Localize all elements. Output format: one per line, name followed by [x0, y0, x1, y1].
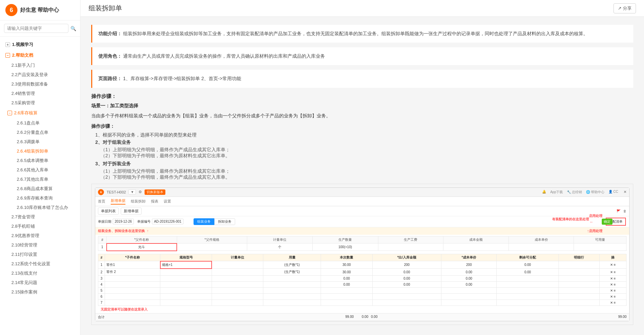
sidebar-item-stocktake2[interactable]: 2.6.2分量盘点单 — [0, 128, 80, 137]
sidebar-item-newuser[interactable]: 2.1新手入门 — [0, 61, 80, 70]
sidebar-item-onlinepay[interactable]: 2.13在线支付 — [0, 269, 80, 278]
ss-new-version-badge: 切换新版本 — [145, 189, 165, 195]
sidebar-item-mobile[interactable]: 2.8手机旺铺 — [0, 222, 80, 231]
sidebar-item-inventory[interactable]: − 2.6库存核算 — [0, 108, 80, 118]
sidebar-item-print[interactable]: 2.11打印设置 — [0, 250, 80, 259]
ss-col-produce-fee: 生产工费 — [378, 236, 443, 243]
ss-form-area: 单据日期 2019-12-26 单据编号 AD-20191226-001 组装业… — [95, 216, 629, 227]
ss-avatar: 👤 CC — [608, 190, 618, 194]
ss-red-tip-enable: 启用处理 — [589, 214, 602, 218]
ss-child-col-usage: 用量 — [263, 254, 321, 261]
sidebar-item-cases[interactable]: 2.15操作案例 — [0, 287, 80, 297]
app-window: 6 TEST-H002 ▼ ⚙ 切换新版本 🔔 App下载 🔧 总经销 🌐 帮助… — [95, 187, 630, 322]
ss-gear: ⚙ — [139, 190, 142, 194]
ss-user-icon: 🌐 帮助中心 — [586, 190, 604, 194]
sidebar-item-costreset[interactable]: 2.6.8商品成本重算 — [0, 184, 80, 193]
sidebar-item-stocktake[interactable]: 2.6.1盘点单 — [0, 118, 80, 128]
ss-child-table-header: # *子件名称 规格型号 计量单位 用量 本次数量 *出/入库金额 *成本单价 … — [98, 254, 627, 261]
ss-type-assemble: 组装业务 — [194, 218, 214, 225]
ss-bottom-table-area: # *子件名称 规格型号 计量单位 用量 本次数量 *出/入库金额 *成本单价 … — [95, 253, 629, 314]
sidebar-item-assembly[interactable]: 2.6.4组装拆卸单 — [0, 147, 80, 156]
sidebar-item-stockerror[interactable]: 2.6.10库存账本错了怎么办 — [0, 203, 80, 212]
content-area: 功能介绍： 组装拆卸单用来处理企业组装或拆卸等加工业务，支持有固定装配清单的产品… — [80, 17, 644, 335]
ss-new-btn: 新增单据 — [121, 208, 142, 215]
page-title: 组装拆卸单 — [89, 4, 122, 13]
sidebar-item-finance[interactable]: 2.7资金管理 — [0, 212, 80, 222]
sidebar-item-otherinstock[interactable]: 2.6.6其他入库单 — [0, 165, 80, 175]
ss-nav-assembly: 组装拆卸 — [131, 199, 146, 204]
ss-col-avail: 可用量 — [574, 236, 627, 243]
ss-nav-new: 新增单据 — [111, 198, 125, 205]
ss-window-topbar: 6 TEST-H002 ▼ ⚙ 切换新版本 🔔 App下载 🔧 总经销 🌐 帮助… — [95, 188, 629, 197]
ss-cell-cost — [443, 243, 509, 251]
step3-sub1: （1）上部明细为父件明细，最终作为原材料生成其它出库单； — [101, 168, 633, 174]
sidebar-item-sales[interactable]: 2.4销售管理 — [0, 89, 80, 98]
sidebar-item-coupon[interactable]: 2.9优惠券管理 — [0, 231, 80, 240]
ss-bell-icon: 🔔 — [542, 190, 546, 194]
share-label: 分享 — [623, 5, 632, 11]
search-input[interactable] — [4, 24, 68, 33]
sidebar-item-transfer[interactable]: 2.6.3调拨单 — [0, 137, 80, 147]
nav-tree: + 1.视频学习 − 2.帮助文档 2.1新手入门 2.2产品安装及登录 2.3… — [0, 37, 80, 335]
ss-parent-table: # *父件名称 *父件规格 计量单位 生产数量 生产工费 成本金额 成本单价 可… — [98, 236, 627, 251]
ss-child-table: # *子件名称 规格型号 计量单位 用量 本次数量 *出/入库金额 *成本单价 … — [98, 254, 627, 306]
ss-col-parent-spec: *父件规格 — [177, 236, 247, 243]
ss-parent-table-header: # *父件名称 *父件规格 计量单位 生产数量 生产工费 成本金额 成本单价 可… — [98, 236, 627, 243]
sidebar-item-costadjust[interactable]: 2.6.5成本调整单 — [0, 156, 80, 165]
sidebar-item-video-learning[interactable]: + 1.视频学习 — [0, 39, 80, 50]
ss-cell-prod-qty: 100(+10) — [312, 243, 378, 251]
ss-flag-icon: 🚩 — [616, 209, 621, 213]
ss-child-col-amt: *出/入库金额 — [372, 254, 441, 261]
ss-child-col-qty: 本次数量 — [321, 254, 372, 261]
ss-type-selector: 组装业务 拆卸业务 — [194, 218, 235, 225]
table-row: 1 零件1 规格+1 (生产数*1) 30.00 200 200 0.00 — [98, 261, 627, 269]
ss-subtip-text: 组装业务、拆卸业务在这里切换 — [98, 229, 145, 233]
sidebar-item-personalize[interactable]: 2.12系统个性化设置 — [0, 259, 80, 269]
user-role-label: 使用角色： — [98, 53, 122, 59]
sidebar-item-operations[interactable]: 2.10经营管理 — [0, 240, 80, 250]
main-content: 组装拆卸单 ↗ 分享 功能介绍： 组装拆卸单用来处理企业组装或拆卸等加工业务，支… — [80, 0, 644, 335]
ss-child-col-remain: 剩余可分配 — [497, 254, 559, 261]
ss-cell-unit-cost — [508, 243, 574, 251]
sidebar-item-help-docs[interactable]: − 2.帮助文档 — [0, 50, 80, 61]
sidebar-item-faq[interactable]: 2.14常见问题 — [0, 278, 80, 287]
ss-cell-no: 1 — [98, 243, 107, 251]
ss-confirm-btn: 确定 — [602, 219, 612, 225]
sidebar-item-dataprep[interactable]: 2.3使用前数据准备 — [0, 79, 80, 89]
share-button[interactable]: ↗ 分享 — [613, 3, 636, 13]
sidebar-item-install[interactable]: 2.2产品安装及登录 — [0, 70, 80, 79]
ops-title: 操作步骤： — [91, 93, 633, 100]
ss-topbar-icons: 🔔 App下载 🔧 总经销 🌐 帮助中心 👤 CC — [542, 190, 618, 194]
ss-footer-val2: 0.00 — [362, 315, 368, 320]
ss-list-btn: 单据列表 — [98, 208, 119, 215]
ss-close-icon: ✕ — [624, 190, 627, 194]
sidebar-item-stockquery[interactable]: 2.6.9库存账本查询 — [0, 193, 80, 203]
ss-red-tip-assembly: 有装配清单的在这里处理 — [552, 217, 589, 222]
sidebar: 6 好生意 帮助中心 🔍 + 1.视频学习 − 2.帮助文档 2.1新手入门 2… — [0, 0, 80, 335]
search-icon[interactable]: 🔍 — [70, 26, 76, 31]
ss-footer-val4: 99.00 — [618, 315, 627, 320]
ss-col-parent-name: *父件名称 — [107, 236, 177, 243]
ss-footer-total-val: 99.00 — [345, 315, 354, 320]
ss-col-produce-qty: 生产数量 — [312, 236, 378, 243]
app-title: 好生意 帮助中心 — [20, 7, 59, 14]
ss-footer-val3: 0.00 — [371, 315, 377, 320]
ss-select-box: ▼ — [128, 189, 136, 194]
user-role-text: 通常由生产人员或库管人员完成拆装业务的操作，库管人员确认原材料的出库和产成品的入… — [123, 53, 325, 59]
ss-col-cost-price: 成本单价 — [508, 236, 574, 243]
ss-col-cost-amt: 成本金额 — [443, 236, 509, 243]
topbar: 组装拆卸单 ↗ 分享 — [80, 0, 644, 17]
step3-title: 3、对于拆装业务 — [95, 161, 633, 167]
scene1-desc: 当由多个子件材料组装成一个成品的业务为【组装】业务，当由一个父件拆分成多个子产品… — [91, 112, 633, 120]
ss-child-col-name: *子件名称 — [105, 254, 160, 261]
table-row: 7 ✕ ≡ — [98, 300, 627, 306]
ss-company: TEST-H002 — [107, 190, 126, 194]
sidebar-item-purchase[interactable]: 2.5采购管理 — [0, 98, 80, 108]
nav-sub-items: 2.1新手入门 2.2产品安装及登录 2.3使用前数据准备 2.4销售管理 2.… — [0, 61, 80, 297]
sidebar-item-otheroutstock[interactable]: 2.6.7其他出库单 — [0, 175, 80, 184]
nav-sub-inventory: 2.6.1盘点单 2.6.2分量盘点单 2.6.3调拨单 2.6.4组装拆卸单 … — [0, 118, 80, 212]
ss-toolbar: 单据列表 新增单据 🚩 🗑 — [95, 206, 629, 216]
step2-sub1: （1）上部明细为父件明细，最终作为产成品生成其它入库单； — [101, 147, 633, 153]
step1: 1、根据不同的业务，选择不同单据的类型来处理 — [95, 132, 633, 138]
table-row: 1 光斗 个 100(+10) — [98, 243, 627, 251]
